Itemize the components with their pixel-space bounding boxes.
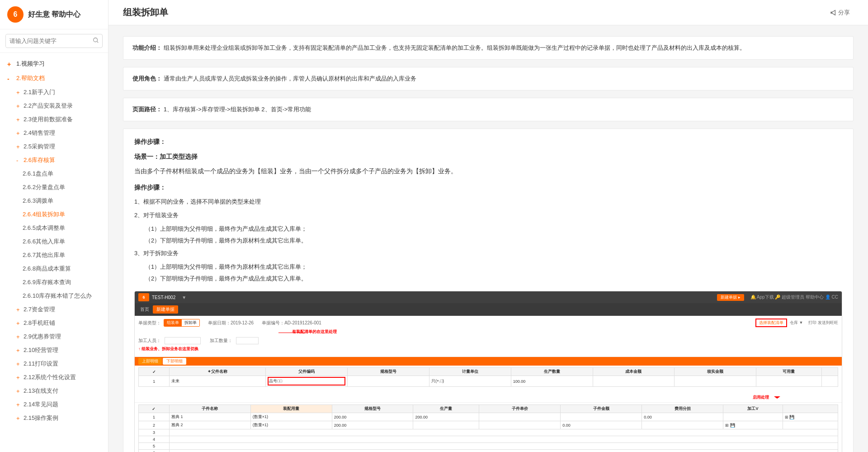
mock-qty-input[interactable] bbox=[236, 337, 259, 344]
nav-item-2-14[interactable]: + 2.14常见问题 bbox=[0, 398, 108, 411]
search-input-wrapper bbox=[5, 34, 103, 48]
mock-doc-type: 组装单 拆卸单 bbox=[164, 319, 200, 327]
nav-leaf-2-6-9[interactable]: 2.6.9库存账本查询 bbox=[0, 276, 108, 289]
nav-leaf-2-6-10[interactable]: 2.6.10库存账本错了怎么办 bbox=[0, 289, 108, 303]
step-3-sub-2: （2）下部明细为子件明细，最终作为产成品生成其它入库单。 bbox=[134, 274, 842, 284]
annotation-line-1 bbox=[278, 333, 306, 333]
search-area bbox=[0, 29, 108, 53]
annotation-switch: ↑ 组装业务、拆卸业务在这里切换 bbox=[138, 346, 838, 352]
nav-item-2-9[interactable]: + 2.9优惠券管理 bbox=[0, 330, 108, 343]
nav-item-2-3[interactable]: + 2.3使用前数据准备 bbox=[0, 113, 108, 126]
mock-tab-lower[interactable]: 下部明细 bbox=[163, 358, 186, 365]
page-title: 组装拆卸单 bbox=[123, 6, 168, 19]
mock-nav-new[interactable]: 新建单据 bbox=[153, 305, 178, 314]
nav-item-2-label: 2.帮助文档 bbox=[16, 74, 45, 82]
annotation-arrow bbox=[770, 390, 784, 399]
nav-item-2-6[interactable]: - 2.6库存核算 bbox=[0, 153, 108, 167]
nav-leaf-2-6-7[interactable]: 2.6.7其他出库单 bbox=[0, 248, 108, 262]
nav-leaf-2-6-8[interactable]: 2.6.8商品成本重算 bbox=[0, 262, 108, 276]
step-2: 2、对于组装业务 bbox=[134, 210, 842, 220]
mock-app-title: TEST-H002 bbox=[152, 295, 175, 300]
mock-nav-home[interactable]: 首页 bbox=[137, 305, 152, 314]
logo-area: 6 好生意 帮助中心 bbox=[0, 0, 108, 29]
path-text: 1、库存核算->库存管理->组装拆卸单 2、首页->常用功能 bbox=[164, 106, 311, 113]
nav-item-2-15[interactable]: + 2.15操作案例 bbox=[0, 411, 108, 425]
main-header: 组装拆卸单 分享 bbox=[108, 0, 868, 25]
intro-label: 功能介绍： bbox=[132, 44, 162, 51]
expand-icon-2-6: - bbox=[16, 157, 22, 164]
path-block: 页面路径： 1、库存核算->库存管理->组装拆卸单 2、首页->常用功能 bbox=[123, 98, 854, 121]
nav-item-1[interactable]: + 1.视频学习 bbox=[0, 57, 108, 71]
mock-assembly-list-btn[interactable]: 选择装配清单 bbox=[755, 319, 787, 327]
step-3-sub-1: （1）上部明细为父件明细，最终作为原材料生成其它出库单； bbox=[134, 262, 842, 272]
role-text: 通常由生产人员或库管人员完成拆装业务的操作，库管人员确认原材料的出库和产成品的入… bbox=[164, 75, 416, 82]
ops-steps-label: 操作步骤： bbox=[134, 182, 842, 193]
annotation-1: 有装配清单的在这里处理 bbox=[292, 329, 337, 335]
share-icon bbox=[830, 10, 836, 16]
logo-icon: 6 bbox=[7, 6, 24, 23]
nav-item-2-13[interactable]: + 2.13在线支付 bbox=[0, 384, 108, 398]
search-input[interactable] bbox=[6, 35, 89, 47]
share-label: 分享 bbox=[838, 9, 850, 17]
nav-item-2-4[interactable]: + 2.4销售管理 bbox=[0, 126, 108, 140]
step-2-sub-2: （2）下部明细为子件明细，最终作为原材料生成其它出库单。 bbox=[134, 236, 842, 246]
scenario1-desc: 当由多个子件材料组装成一个成品的业务为【组装】业务，当由一个父件拆分成多个子产品… bbox=[134, 166, 842, 177]
role-label: 使用角色： bbox=[132, 75, 162, 82]
annotation-enable: 启用处理 bbox=[753, 395, 769, 400]
main-content: 组装拆卸单 分享 功能介绍： 组装拆卸单用来处理企业组装或拆卸等加工业务，支持有… bbox=[108, 0, 868, 452]
expand-icon-1: + bbox=[7, 61, 14, 67]
mock-new-doc-btn[interactable]: 新建单据 ▸ bbox=[717, 294, 744, 301]
mock-tab-upper[interactable]: 上部明细 bbox=[138, 358, 162, 365]
screenshot-container: 6 TEST-H002 ▼ 新建单据 ▸ 🔔 App下载 🔑 超级管理员 帮助中… bbox=[134, 291, 842, 452]
nav-item-2-10[interactable]: + 2.10经营管理 bbox=[0, 343, 108, 357]
mock-logo: 6 bbox=[138, 293, 149, 301]
nav-item-2[interactable]: - 2.帮助文档 bbox=[0, 71, 108, 86]
nav-item-2-5[interactable]: + 2.5采购管理 bbox=[0, 140, 108, 153]
sidebar: 6 好生意 帮助中心 + 1.视频学习 - 2.帮助文 bbox=[0, 0, 108, 452]
nav-leaf-2-6-6[interactable]: 2.6.6其他入库单 bbox=[0, 235, 108, 248]
step-3: 3、对于拆卸业务 bbox=[134, 248, 842, 258]
intro-text: 组装拆卸单用来处理企业组装或拆卸等加工业务，支持有固定装配清单的产品加工业务，也… bbox=[164, 44, 745, 51]
content-area: 功能介绍： 组装拆卸单用来处理企业组装或拆卸等加工业务，支持有固定装配清单的产品… bbox=[108, 25, 868, 452]
logo-text: 好生意 帮助中心 bbox=[28, 10, 80, 19]
nav-item-2-7[interactable]: + 2.7资金管理 bbox=[0, 303, 108, 316]
mock-tabs: 上部明细 下部明细 bbox=[135, 357, 842, 366]
nav-item-2-2[interactable]: + 2.2产品安装及登录 bbox=[0, 99, 108, 113]
step-1: 1、根据不同的业务，选择不同单据的类型来处理 bbox=[134, 197, 842, 207]
nav-item-2-12[interactable]: + 2.12系统个性化设置 bbox=[0, 371, 108, 384]
nav-leaf-2-6-3[interactable]: 2.6.3调拨单 bbox=[0, 194, 108, 208]
ops-title: 操作步骤： bbox=[134, 138, 842, 146]
step-2-sub-1: （1）上部明细为父件明细，最终作为产成品生成其它入库单； bbox=[134, 224, 842, 234]
intro-block: 功能介绍： 组装拆卸单用来处理企业组装或拆卸等加工业务，支持有固定装配清单的产品… bbox=[123, 36, 854, 60]
search-icon bbox=[93, 37, 99, 43]
nav-tree: + 1.视频学习 - 2.帮助文档 + 2.1新手入门 + 2.2产品安装及登录 bbox=[0, 53, 108, 452]
share-button[interactable]: 分享 bbox=[826, 7, 854, 19]
mock-upper-table: ✓ ✦父件名称 父件编码 规格型号 计量单位 生产数量 成本金额 核实金额 可用… bbox=[138, 367, 838, 387]
nav-item-2-1[interactable]: + 2.1新手入门 bbox=[0, 86, 108, 99]
nav-leaf-2-6-1[interactable]: 2.6.1盘点单 bbox=[0, 167, 108, 181]
mock-parent-code: 品号□□ bbox=[268, 377, 345, 385]
svg-point-0 bbox=[94, 38, 98, 42]
path-label: 页面路径： bbox=[132, 106, 162, 113]
role-block: 使用角色： 通常由生产人员或库管人员完成拆装业务的操作，库管人员确认原材料的出库… bbox=[123, 67, 854, 90]
expand-icon-2: - bbox=[7, 75, 14, 81]
nav-item-2-11[interactable]: + 2.11打印设置 bbox=[0, 357, 108, 371]
nav-item-1-label: 1.视频学习 bbox=[16, 60, 45, 68]
scenario1-title: 场景一：加工类型选择 bbox=[134, 152, 842, 162]
nav-leaf-2-6-5[interactable]: 2.6.5成本调整单 bbox=[0, 221, 108, 235]
nav-leaf-2-6-2[interactable]: 2.6.2分量盘点单 bbox=[0, 181, 108, 194]
search-button[interactable] bbox=[89, 34, 103, 48]
nav-leaf-2-6-4[interactable]: 2.6.4组装拆卸单 bbox=[0, 208, 108, 221]
mock-lower-table: ✓ 子件名称 装配用量 规格型号 生产量 子件单价 子件金额 费用分担 加工V bbox=[138, 404, 838, 452]
svg-line-1 bbox=[97, 42, 99, 43]
mock-worker-input[interactable] bbox=[165, 337, 201, 344]
nav-item-2-8[interactable]: + 2.8手机旺铺 bbox=[0, 316, 108, 330]
